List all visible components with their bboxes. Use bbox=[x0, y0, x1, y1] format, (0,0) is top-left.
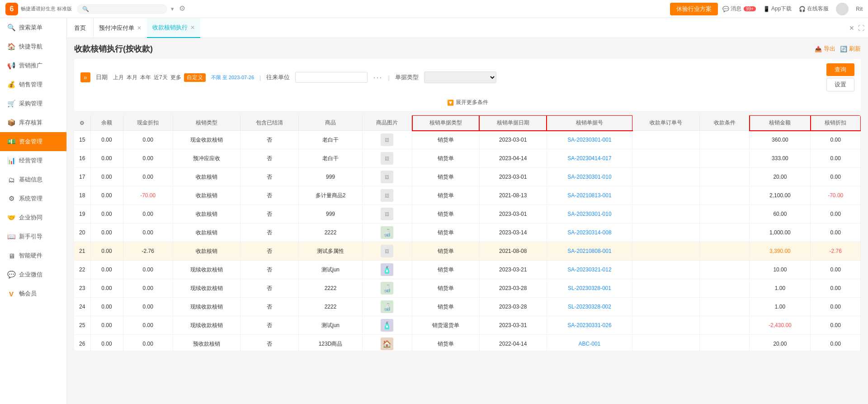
logo-icon: 6 bbox=[5, 3, 18, 15]
cell-writeoff-date: 2023-03-28 bbox=[479, 279, 547, 298]
sidebar-item-label-hardware: 智能硬件 bbox=[19, 252, 42, 260]
sidebar-item-basicinfo[interactable]: 🗂 基础信息 bbox=[0, 170, 66, 189]
cell-balance: 0.00 bbox=[90, 261, 123, 279]
refresh-btn[interactable]: 🔄 刷新 bbox=[840, 45, 861, 53]
filter-expand-btn[interactable]: » bbox=[80, 72, 90, 82]
bill-type-select[interactable] bbox=[424, 71, 496, 83]
message-btn[interactable]: 💬 消息 99+ bbox=[722, 5, 756, 13]
writeoff-no-link[interactable]: SA-20230314-008 bbox=[567, 229, 611, 236]
goods-image: 🖼 bbox=[381, 189, 393, 202]
tab-close-icon[interactable]: ✕ bbox=[849, 24, 854, 32]
table-row: 240.000.00现续收款核销否2222🍶销货单2023-03-28SL-20… bbox=[74, 298, 861, 316]
tab-receipts-label: 收款核销执行 bbox=[152, 24, 188, 32]
sidebar-item-label-sales: 销售管理 bbox=[19, 81, 42, 89]
writeoff-no-link[interactable]: SA-20230331-026 bbox=[567, 322, 611, 328]
writeoff-no-link[interactable]: SL-20230328-001 bbox=[568, 285, 611, 291]
query-btn[interactable]: 查询 bbox=[826, 63, 854, 76]
tab-receipts-close[interactable]: ✕ bbox=[190, 24, 195, 31]
cell-writeoff-no[interactable]: SA-20230414-017 bbox=[547, 149, 632, 168]
date-this-month[interactable]: 本月 bbox=[127, 74, 137, 81]
date-range-container: 不限 至 2023-07-26 bbox=[211, 74, 254, 81]
filter-date-label: 日期 bbox=[96, 73, 108, 81]
app-download-btn[interactable]: 📱 App下载 bbox=[763, 5, 792, 13]
cell-goods-img: 🍶 bbox=[362, 279, 412, 298]
cell-writeoff-no[interactable]: SA-20230301-001 bbox=[547, 131, 632, 149]
dropdown-icon[interactable]: ▾ bbox=[171, 5, 174, 12]
date-this-year[interactable]: 本年 bbox=[140, 74, 151, 81]
cell-writeoff-no[interactable]: SA-20230331-026 bbox=[547, 316, 632, 335]
filter-dots[interactable]: ··· bbox=[373, 73, 382, 82]
cell-balance: 0.00 bbox=[90, 335, 123, 351]
tab-prepay-close[interactable]: ✕ bbox=[137, 25, 142, 31]
writeoff-no-link[interactable]: SA-20230301-001 bbox=[567, 137, 611, 143]
writeoff-no-link[interactable]: SA-20210808-001 bbox=[567, 248, 611, 254]
cell-writeoff-no[interactable]: SL-20230328-002 bbox=[547, 298, 632, 316]
industry-btn[interactable]: 休验行业方案 bbox=[670, 3, 718, 15]
cell-writeoff-no[interactable]: SA-20210813-001 bbox=[547, 186, 632, 205]
cell-writeoff-type: 现续收款核销 bbox=[173, 261, 240, 279]
tab-expand-icon[interactable]: ⛶ bbox=[858, 24, 864, 32]
date-7days[interactable]: 近7天 bbox=[154, 74, 168, 81]
settings-btn[interactable]: 设置 bbox=[826, 78, 854, 91]
goods-image: 🖼 bbox=[381, 133, 393, 146]
writeoff-no-link[interactable]: SL-20230328-002 bbox=[568, 304, 611, 310]
cell-receipt-order-no bbox=[632, 261, 700, 279]
sidebar-item-marketing[interactable]: 📢 营销推广 bbox=[0, 56, 66, 75]
tab-prepay[interactable]: 预付冲应付单 ✕ bbox=[94, 18, 147, 38]
writeoff-no-link[interactable]: ABC-001 bbox=[579, 341, 601, 347]
cell-writeoff-date: 2023-03-31 bbox=[479, 316, 547, 335]
sidebar-item-search[interactable]: 🔍 搜索菜单 bbox=[0, 18, 66, 37]
sidebar-item-hardware[interactable]: 🖥 智能硬件 bbox=[0, 246, 66, 265]
goods-image: 🏠 bbox=[381, 337, 393, 350]
export-btn[interactable]: 📤 导出 bbox=[815, 45, 835, 53]
sidebar-item-label-quicknav: 快捷导航 bbox=[19, 43, 42, 51]
cell-writeoff-type: 现续收款核销 bbox=[173, 298, 240, 316]
sidebar-item-member[interactable]: V 畅会员 bbox=[0, 284, 66, 303]
cell-writeoff-no[interactable]: SA-20230301-010 bbox=[547, 168, 632, 186]
sidebar-item-guide[interactable]: 📖 新手引导 bbox=[0, 227, 66, 246]
sidebar-item-system[interactable]: ⚙ 系统管理 bbox=[0, 189, 66, 208]
operations-icon: 📊 bbox=[7, 157, 15, 165]
date-prev-month[interactable]: 上月 bbox=[113, 74, 124, 81]
cell-writeoff-bill-type: 销货单 bbox=[412, 131, 480, 149]
date-more[interactable]: 更多 bbox=[170, 74, 181, 81]
sidebar-item-enterprise[interactable]: 🤝 企业协同 bbox=[0, 208, 66, 227]
writeoff-no-link[interactable]: SA-20230321-012 bbox=[567, 266, 611, 273]
cell-incl-settled: 否 bbox=[240, 279, 299, 298]
sidebar-item-purchase[interactable]: 🛒 采购管理 bbox=[0, 94, 66, 113]
cell-incl-settled: 否 bbox=[240, 223, 299, 242]
writeoff-no-link[interactable]: SA-20230301-010 bbox=[567, 211, 611, 217]
cell-goods-img: 🖼 bbox=[362, 242, 412, 261]
sidebar-item-finance[interactable]: 💵 资金管理 bbox=[0, 132, 66, 151]
online-service-btn[interactable]: 🎧 在线客服 bbox=[799, 5, 829, 13]
writeoff-no-link[interactable]: SA-20230301-010 bbox=[567, 174, 611, 180]
sidebar-item-inventory[interactable]: 📦 库存核算 bbox=[0, 113, 66, 132]
writeoff-no-link[interactable]: SA-20230414-017 bbox=[567, 155, 611, 162]
cell-writeoff-no[interactable]: SA-20230314-008 bbox=[547, 223, 632, 242]
tab-receipts[interactable]: 收款核销执行 ✕ bbox=[147, 18, 200, 38]
cell-writeoff-no[interactable]: SA-20230321-012 bbox=[547, 261, 632, 279]
cell-receipt-order-no bbox=[632, 131, 700, 149]
cell-writeoff-no[interactable]: SA-20230301-010 bbox=[547, 205, 632, 223]
search-box[interactable]: 🔍 bbox=[77, 4, 167, 14]
cell-incl-settled: 否 bbox=[240, 186, 299, 205]
expand-conditions[interactable]: 🔽 展开更多条件 bbox=[80, 99, 854, 106]
cell-writeoff-no[interactable]: ABC-001 bbox=[547, 335, 632, 351]
cell-writeoff-no[interactable]: SL-20230328-001 bbox=[547, 279, 632, 298]
tab-home[interactable]: 首页 bbox=[67, 18, 94, 38]
sidebar-item-label-inventory: 库存核算 bbox=[19, 119, 42, 127]
user-avatar[interactable] bbox=[836, 3, 849, 15]
sidebar-item-operations[interactable]: 📊 经营管理 bbox=[0, 151, 66, 170]
cell-writeoff-no[interactable]: SA-20210808-001 bbox=[547, 242, 632, 261]
counterparty-input[interactable] bbox=[295, 72, 368, 83]
th-gear[interactable]: ⚙ bbox=[74, 115, 90, 131]
sidebar-item-sales[interactable]: 💰 销售管理 bbox=[0, 75, 66, 94]
sidebar-item-quicknav[interactable]: 🏠 快捷导航 bbox=[0, 37, 66, 56]
writeoff-no-link[interactable]: SA-20210813-001 bbox=[567, 192, 611, 199]
date-custom[interactable]: 自定义 bbox=[184, 73, 206, 82]
sidebar-item-wechat[interactable]: 💬 企业微信 bbox=[0, 265, 66, 284]
th-receipt-order-no: 收款单订单号 bbox=[632, 115, 700, 131]
cell-writeoff-type: 收款核销 bbox=[173, 205, 240, 223]
cell-writeoff-date: 2021-08-08 bbox=[479, 242, 547, 261]
settings-icon[interactable]: ⚙ bbox=[179, 5, 185, 12]
